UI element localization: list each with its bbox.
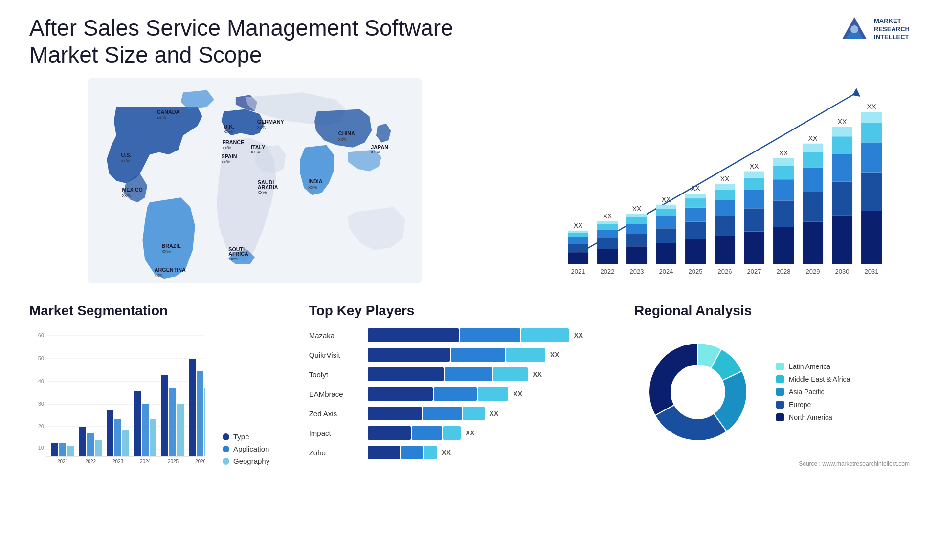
player-row: EAMbraceXX — [309, 387, 615, 401]
svg-rect-89 — [773, 201, 794, 227]
svg-text:XX: XX — [632, 205, 642, 213]
top-bar-chart-svg: XX2021XX2022XX2023XX2024XX2025XX2026XX20… — [500, 78, 910, 283]
svg-rect-56 — [626, 217, 647, 224]
svg-rect-136 — [95, 440, 102, 456]
svg-rect-40 — [568, 244, 588, 252]
svg-rect-140 — [122, 430, 129, 456]
svg-rect-81 — [744, 232, 764, 264]
legend-type: Type — [223, 432, 269, 441]
svg-text:20: 20 — [38, 423, 44, 429]
key-players-title: Top Key Players — [309, 303, 615, 319]
svg-rect-91 — [773, 166, 794, 179]
svg-text:U.S.: U.S. — [121, 152, 131, 158]
legend-application: Application — [223, 445, 269, 453]
svg-rect-49 — [597, 224, 618, 230]
svg-text:XX: XX — [691, 184, 700, 192]
source-text: Source : www.marketresearchintellect.com — [634, 460, 910, 467]
svg-rect-53 — [626, 247, 647, 264]
svg-rect-92 — [773, 158, 794, 166]
svg-rect-82 — [744, 209, 764, 232]
svg-rect-131 — [59, 443, 66, 456]
svg-text:2027: 2027 — [747, 268, 761, 275]
svg-text:2022: 2022 — [600, 268, 614, 275]
svg-text:XX: XX — [603, 212, 612, 220]
svg-rect-83 — [744, 190, 764, 209]
svg-text:50: 50 — [38, 355, 44, 361]
svg-rect-95 — [803, 222, 823, 264]
svg-text:INDIA: INDIA — [308, 178, 322, 184]
svg-rect-98 — [803, 152, 823, 168]
svg-rect-75 — [715, 216, 735, 237]
svg-text:XX: XX — [574, 221, 583, 229]
svg-rect-47 — [597, 238, 618, 249]
player-row: QuikrVisitXX — [309, 348, 615, 362]
svg-rect-110 — [861, 173, 882, 211]
player-row: ZohoXX — [309, 446, 615, 459]
regional-legend-item: Europe — [776, 401, 850, 409]
svg-rect-76 — [715, 200, 735, 216]
logo-area: MARKET RESEARCH INTELLECT — [840, 15, 910, 44]
svg-text:BRAZIL: BRAZIL — [161, 243, 181, 249]
svg-rect-46 — [597, 249, 618, 264]
svg-text:2026: 2026 — [717, 268, 732, 275]
svg-text:XX: XX — [720, 175, 730, 183]
svg-text:2021: 2021 — [571, 268, 585, 275]
player-row: MazakaXX — [309, 328, 615, 342]
svg-rect-90 — [773, 180, 794, 201]
svg-text:2024: 2024 — [140, 459, 151, 464]
svg-rect-43 — [568, 231, 588, 233]
players-list: MazakaXXQuikrVisitXXToolytXXEAMbraceXXZe… — [309, 328, 615, 459]
player-row: ToolytXX — [309, 367, 615, 381]
bar-chart-container: XX2021XX2022XX2023XX2024XX2025XX2026XX20… — [500, 78, 910, 283]
legend-dot-type — [223, 433, 229, 440]
svg-text:xx%: xx% — [257, 124, 267, 129]
legend-geography: Geography — [223, 457, 269, 465]
svg-text:XX: XX — [662, 195, 671, 203]
svg-rect-41 — [568, 237, 588, 244]
svg-rect-151 — [197, 371, 203, 456]
svg-text:xx%: xx% — [222, 159, 231, 164]
svg-rect-106 — [832, 127, 852, 137]
svg-text:2030: 2030 — [835, 268, 849, 275]
svg-rect-55 — [626, 224, 647, 234]
svg-text:CHINA: CHINA — [338, 131, 355, 137]
svg-text:xx%: xx% — [371, 150, 380, 155]
logo-icon — [840, 15, 869, 44]
svg-rect-57 — [626, 214, 647, 217]
svg-rect-78 — [715, 184, 735, 190]
svg-text:CANADA: CANADA — [157, 109, 180, 115]
segmentation-legend: Type Application Geography — [223, 432, 269, 465]
svg-rect-96 — [803, 192, 823, 222]
svg-rect-77 — [715, 190, 735, 200]
svg-point-2 — [850, 25, 858, 33]
svg-text:2024: 2024 — [659, 268, 673, 275]
svg-text:XX: XX — [779, 149, 788, 157]
regional-legend-item: North America — [776, 413, 850, 421]
segmentation-area: Market Segmentation 60 50 40 30 20 10 — [29, 303, 290, 465]
svg-rect-142 — [134, 391, 141, 456]
svg-rect-144 — [150, 419, 156, 456]
svg-text:ARGENTINA: ARGENTINA — [155, 267, 186, 273]
svg-rect-109 — [861, 211, 882, 264]
svg-text:2025: 2025 — [688, 268, 702, 275]
svg-rect-50 — [597, 221, 618, 224]
svg-rect-104 — [832, 154, 852, 182]
svg-rect-84 — [744, 178, 764, 190]
svg-rect-139 — [114, 419, 121, 456]
svg-rect-113 — [861, 112, 882, 123]
header: After Sales Service Management Software … — [29, 15, 910, 68]
svg-text:2026: 2026 — [195, 459, 205, 464]
svg-rect-48 — [597, 230, 618, 238]
svg-rect-62 — [656, 216, 676, 228]
map-container: CANADA xx% U.S. xx% MEXICO xx% BRAZIL xx… — [29, 78, 480, 283]
svg-rect-69 — [685, 208, 706, 222]
key-players-area: Top Key Players MazakaXXQuikrVisitXXTool… — [309, 303, 615, 465]
donut-chart-svg — [634, 328, 761, 455]
svg-text:xx%: xx% — [155, 273, 164, 278]
svg-text:xx%: xx% — [121, 158, 130, 163]
svg-text:xx%: xx% — [122, 193, 131, 198]
page-container: After Sales Service Management Software … — [0, 0, 939, 560]
regional-legend-item: Middle East & Africa — [776, 375, 850, 383]
svg-rect-135 — [87, 433, 94, 456]
svg-text:xx%: xx% — [258, 190, 267, 195]
